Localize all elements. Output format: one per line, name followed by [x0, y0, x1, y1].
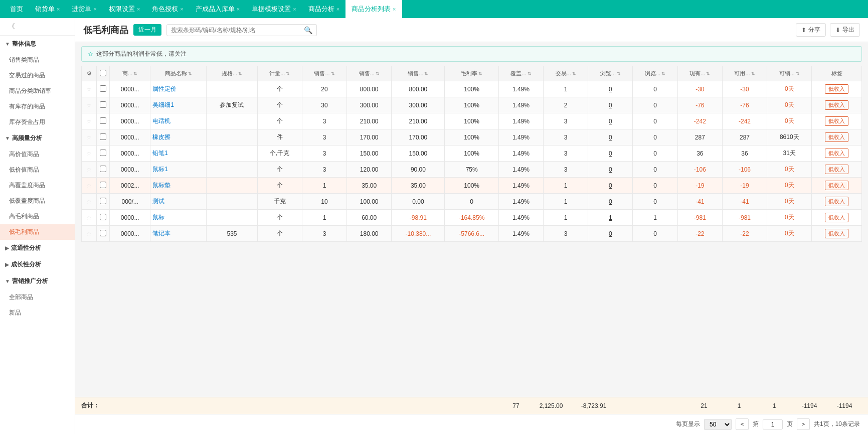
cell-star[interactable]: ☆: [82, 178, 97, 194]
cell-checkbox[interactable]: [97, 97, 110, 113]
cell-star[interactable]: ☆: [82, 210, 97, 226]
cell-checkbox[interactable]: [97, 226, 110, 242]
cell-name[interactable]: 鼠标垫: [150, 178, 207, 194]
cell-checkbox[interactable]: [97, 146, 110, 162]
cell-name[interactable]: 电话机: [150, 113, 207, 129]
export-btn[interactable]: ⬇ 导出: [830, 23, 860, 37]
sidebar-item-low-value[interactable]: 低价值商品: [0, 162, 75, 178]
th-settings[interactable]: ⚙: [82, 66, 97, 81]
nav-template[interactable]: 单据模板设置×: [246, 0, 302, 18]
row-checkbox[interactable]: [100, 214, 106, 220]
cell-star[interactable]: ☆: [82, 146, 97, 162]
sidebar-item-new-goods[interactable]: 新品: [0, 305, 75, 321]
nav-purchase[interactable]: 进货单×: [66, 0, 102, 18]
sidebar-item-high-value[interactable]: 高价值商品: [0, 147, 75, 162]
close-icon[interactable]: ×: [293, 6, 296, 12]
cell-browse-a[interactable]: 0: [588, 226, 633, 242]
th-code[interactable]: 商...⇅: [110, 66, 150, 81]
sidebar-group-frequency[interactable]: ▼ 高频量分析: [0, 130, 75, 147]
th-browse-b[interactable]: 浏览...⇅: [633, 66, 677, 81]
sidebar-item-stock-capital[interactable]: 库存资金占用: [0, 114, 75, 130]
cell-name[interactable]: 鼠标1: [150, 162, 207, 178]
sidebar-item-low-coverage[interactable]: 低覆盖度商品: [0, 193, 75, 209]
close-icon[interactable]: ×: [180, 6, 183, 12]
th-current[interactable]: 现有...⇅: [677, 66, 722, 81]
row-checkbox[interactable]: [100, 117, 106, 124]
row-checkbox[interactable]: [100, 230, 106, 236]
close-icon[interactable]: ×: [57, 6, 60, 12]
cell-name[interactable]: 铅笔1: [150, 146, 207, 162]
cell-checkbox[interactable]: [97, 113, 110, 129]
cell-star[interactable]: ☆: [82, 113, 97, 129]
nav-home[interactable]: 首页: [4, 0, 29, 18]
cell-star[interactable]: ☆: [82, 194, 97, 210]
th-browse-a[interactable]: 浏览...⇅: [588, 66, 633, 81]
cell-name[interactable]: 鼠标: [150, 210, 207, 226]
cell-star[interactable]: ☆: [82, 97, 97, 113]
sidebar-item-all-goods[interactable]: 全部商品: [0, 290, 75, 305]
th-spec[interactable]: 规格...⇅: [207, 66, 257, 81]
sidebar-item-high-margin[interactable]: 高毛利商品: [0, 209, 75, 224]
sidebar-item-low-margin[interactable]: 低毛利商品: [0, 224, 75, 240]
sidebar-group-overview[interactable]: ▼ 整体信息: [0, 36, 75, 52]
cell-checkbox[interactable]: [97, 129, 110, 146]
cell-name[interactable]: 笔记本: [150, 226, 207, 242]
cell-star[interactable]: ☆: [82, 129, 97, 146]
cell-checkbox[interactable]: [97, 162, 110, 178]
close-icon[interactable]: ×: [393, 6, 396, 12]
cell-name[interactable]: 测试: [150, 194, 207, 210]
nav-role[interactable]: 角色授权×: [146, 0, 189, 18]
cell-star[interactable]: ☆: [82, 226, 97, 242]
th-sales-amt[interactable]: 销售...⇅: [347, 66, 392, 81]
nav-product-analysis[interactable]: 商品分析×: [302, 0, 345, 18]
cell-browse-a[interactable]: 0: [588, 129, 633, 146]
close-icon[interactable]: ×: [93, 6, 96, 12]
sidebar-item-stocked-goods[interactable]: 有库存的商品: [0, 99, 75, 114]
cell-browse-a[interactable]: 0: [588, 81, 633, 97]
row-checkbox[interactable]: [100, 85, 106, 92]
cell-browse-a[interactable]: 0: [588, 97, 633, 113]
cell-checkbox[interactable]: [97, 81, 110, 97]
cell-checkbox[interactable]: [97, 178, 110, 194]
cell-browse-a[interactable]: 0: [588, 146, 633, 162]
cell-browse-a[interactable]: 0: [588, 162, 633, 178]
th-sales-profit[interactable]: 销售...⇅: [392, 66, 445, 81]
cell-browse-a[interactable]: 0: [588, 113, 633, 129]
close-icon[interactable]: ×: [237, 6, 240, 12]
per-page-select[interactable]: 50 20 100: [704, 419, 732, 430]
row-checkbox[interactable]: [100, 101, 106, 108]
row-checkbox[interactable]: [100, 133, 106, 140]
nav-permission[interactable]: 权限设置×: [103, 0, 146, 18]
page-number-input[interactable]: [763, 419, 783, 429]
cell-browse-a[interactable]: 0: [588, 178, 633, 194]
search-icon[interactable]: 🔍: [304, 26, 312, 34]
sidebar-item-traded-goods[interactable]: 交易过的商品: [0, 68, 75, 83]
search-input[interactable]: [171, 27, 304, 34]
row-checkbox[interactable]: [100, 182, 106, 188]
cell-name[interactable]: 橡皮擦: [150, 129, 207, 146]
row-checkbox[interactable]: [100, 166, 106, 172]
nav-product-analysis-list[interactable]: 商品分析列表×: [345, 0, 402, 18]
th-saleable[interactable]: 可销...⇅: [767, 66, 812, 81]
share-btn[interactable]: ⬆ 分享: [796, 23, 826, 37]
close-icon[interactable]: ×: [137, 6, 140, 12]
cell-name[interactable]: 属性定价: [150, 81, 207, 97]
sidebar-group-flow[interactable]: ▶ 流通性分析: [0, 240, 75, 256]
prev-page-btn[interactable]: ＜: [736, 418, 749, 430]
filter-recent-month-btn[interactable]: 近一月: [133, 24, 161, 36]
next-page-btn[interactable]: ＞: [797, 418, 810, 430]
th-unit[interactable]: 计量...⇅: [257, 66, 302, 81]
nav-sales[interactable]: 销货单×: [29, 0, 66, 18]
sidebar-item-category-sales[interactable]: 商品分类助销率: [0, 83, 75, 99]
sidebar-item-high-coverage[interactable]: 高覆盖度商品: [0, 178, 75, 193]
cell-star[interactable]: ☆: [82, 81, 97, 97]
th-transactions[interactable]: 交易...⇅: [544, 66, 588, 81]
th-checkbox[interactable]: [97, 66, 110, 81]
cell-star[interactable]: ☆: [82, 162, 97, 178]
row-checkbox[interactable]: [100, 150, 106, 156]
select-all-checkbox[interactable]: [100, 70, 106, 76]
sidebar-group-growth[interactable]: ▶ 成长性分析: [0, 256, 75, 273]
row-checkbox[interactable]: [100, 198, 106, 204]
th-name[interactable]: 商品名称⇅: [150, 66, 207, 81]
th-gross-rate[interactable]: 毛利率⇅: [445, 66, 498, 81]
